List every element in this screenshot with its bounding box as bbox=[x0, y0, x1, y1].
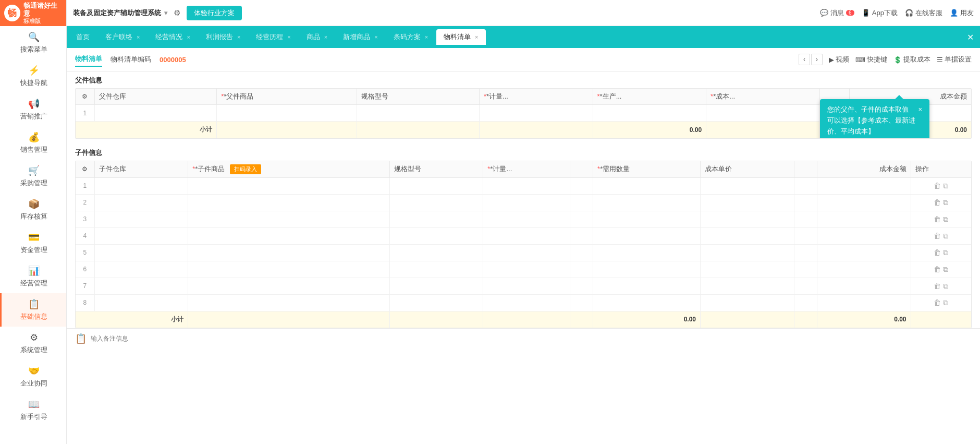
child-warehouse-5[interactable] bbox=[94, 244, 188, 261]
tab-home[interactable]: 首页 bbox=[69, 29, 97, 45]
child-spec-4[interactable] bbox=[389, 227, 483, 244]
child-unit-cost-1[interactable] bbox=[701, 177, 794, 194]
sidebar-item-basics[interactable]: 📋 基础信息 bbox=[0, 293, 66, 327]
child-spec-6[interactable] bbox=[389, 261, 483, 278]
sidebar-item-guide[interactable]: 📖 新手引导 bbox=[0, 393, 66, 427]
tab-close-icon[interactable]: × bbox=[475, 34, 478, 40]
sidebar-item-system[interactable]: ⚙ 系统管理 bbox=[0, 327, 66, 360]
child-spec-5[interactable] bbox=[389, 244, 483, 261]
child-spec-2[interactable] bbox=[389, 194, 483, 211]
child-unit-7[interactable] bbox=[483, 278, 570, 294]
page-prev-btn[interactable]: ‹ bbox=[799, 54, 810, 65]
child-unit-cost-4[interactable] bbox=[701, 227, 794, 244]
child-product-8[interactable] bbox=[188, 294, 390, 311]
user-button[interactable]: 👤 用友 bbox=[950, 8, 974, 18]
parent-unit-cell[interactable] bbox=[479, 105, 593, 122]
tab-close-icon[interactable]: × bbox=[425, 34, 428, 40]
tab-close-icon[interactable]: × bbox=[287, 34, 290, 40]
parent-cost-cell[interactable] bbox=[706, 105, 820, 122]
action-video[interactable]: ▶ 视频 bbox=[829, 55, 849, 64]
child-qty-7[interactable] bbox=[593, 278, 701, 294]
child-qty-6[interactable] bbox=[593, 261, 701, 278]
child-warehouse-7[interactable] bbox=[94, 278, 188, 294]
copy-icon[interactable]: ⧉ bbox=[943, 248, 948, 257]
child-qty-1[interactable] bbox=[593, 177, 701, 194]
action-shortcut[interactable]: ⌨ 快捷键 bbox=[855, 55, 887, 64]
tab-close-icon[interactable]: × bbox=[137, 34, 140, 40]
sidebar-item-enterprise[interactable]: 🤝 企业协同 bbox=[0, 360, 66, 393]
child-product-2[interactable] bbox=[188, 194, 390, 211]
parent-warehouse-cell[interactable] bbox=[94, 105, 217, 122]
child-spec-8[interactable] bbox=[389, 294, 483, 311]
child-unit-cost-8[interactable] bbox=[701, 294, 794, 311]
tab-new-goods[interactable]: 新增商品 × bbox=[336, 29, 385, 45]
child-unit-6[interactable] bbox=[483, 261, 570, 278]
dropdown-arrow-icon[interactable]: ▾ bbox=[164, 9, 167, 17]
child-product-7[interactable] bbox=[188, 278, 390, 294]
sidebar-item-search[interactable]: 🔍 搜索菜单 bbox=[0, 26, 66, 59]
child-product-5[interactable] bbox=[188, 244, 390, 261]
message-button[interactable]: 💬 消息 6 bbox=[820, 8, 854, 18]
gear-settings-icon[interactable]: ⚙ bbox=[174, 8, 180, 18]
sidebar-item-marketing[interactable]: 📢 营销推广 bbox=[0, 93, 66, 126]
scan-input-btn[interactable]: 扫码录入 bbox=[230, 164, 261, 174]
delete-icon[interactable]: 🗑 bbox=[934, 265, 941, 274]
child-qty-8[interactable] bbox=[593, 294, 701, 311]
experience-button[interactable]: 体验行业方案 bbox=[187, 6, 242, 20]
sidebar-item-finance[interactable]: 💳 资金管理 bbox=[0, 226, 66, 260]
delete-icon[interactable]: 🗑 bbox=[934, 248, 941, 257]
copy-icon[interactable]: ⧉ bbox=[943, 265, 948, 274]
child-unit-1[interactable] bbox=[483, 177, 570, 194]
child-qty-3[interactable] bbox=[593, 211, 701, 227]
tab-profit[interactable]: 利润报告 × bbox=[199, 29, 248, 45]
child-unit-8[interactable] bbox=[483, 294, 570, 311]
sidebar-item-purchase[interactable]: 🛒 采购管理 bbox=[0, 160, 66, 193]
delete-icon[interactable]: 🗑 bbox=[934, 232, 941, 241]
delete-icon[interactable]: 🗑 bbox=[934, 198, 941, 207]
copy-icon[interactable]: ⧉ bbox=[943, 282, 948, 291]
child-product-4[interactable] bbox=[188, 227, 390, 244]
sidebar-item-operations[interactable]: 📊 经营管理 bbox=[0, 260, 66, 293]
child-spec-3[interactable] bbox=[389, 211, 483, 227]
delete-icon[interactable]: 🗑 bbox=[934, 182, 941, 190]
tab-close-icon[interactable]: × bbox=[374, 34, 377, 40]
copy-icon[interactable]: ⧉ bbox=[943, 298, 948, 307]
child-unit-cost-2[interactable] bbox=[701, 194, 794, 211]
delete-icon[interactable]: 🗑 bbox=[934, 215, 941, 224]
tab-customers[interactable]: 客户联络 × bbox=[98, 29, 147, 45]
sidebar-item-sales[interactable]: 💰 销售管理 bbox=[0, 126, 66, 160]
sub-tab-bom-code[interactable]: 物料清单编码 bbox=[111, 53, 151, 66]
child-unit-3[interactable] bbox=[483, 211, 570, 227]
child-unit-cost-3[interactable] bbox=[701, 211, 794, 227]
sidebar-item-quick-nav[interactable]: ⚡ 快捷导航 bbox=[0, 59, 66, 93]
copy-icon[interactable]: ⧉ bbox=[943, 198, 948, 207]
child-qty-4[interactable] bbox=[593, 227, 701, 244]
child-spec-1[interactable] bbox=[389, 177, 483, 194]
remark-input[interactable] bbox=[91, 335, 972, 342]
child-unit-5[interactable] bbox=[483, 244, 570, 261]
tab-close-icon[interactable]: × bbox=[237, 34, 240, 40]
child-warehouse-1[interactable] bbox=[94, 177, 188, 194]
child-product-6[interactable] bbox=[188, 261, 390, 278]
page-next-btn[interactable]: › bbox=[811, 54, 823, 65]
child-qty-2[interactable] bbox=[593, 194, 701, 211]
app-download-button[interactable]: 📱 App下载 bbox=[862, 8, 898, 18]
child-product-3[interactable] bbox=[188, 211, 390, 227]
close-all-tabs-icon[interactable]: ✕ bbox=[963, 32, 978, 42]
online-service-button[interactable]: 🎧 在线客服 bbox=[905, 8, 942, 18]
parent-spec-cell[interactable] bbox=[357, 105, 480, 122]
child-unit-cost-7[interactable] bbox=[701, 278, 794, 294]
sidebar-item-inventory[interactable]: 📦 库存核算 bbox=[0, 193, 66, 226]
tab-close-icon[interactable]: × bbox=[187, 34, 190, 40]
tooltip-close-btn[interactable]: × bbox=[918, 104, 922, 115]
child-product-1[interactable] bbox=[188, 177, 390, 194]
tab-close-icon[interactable]: × bbox=[324, 34, 327, 40]
sub-tab-bom-list[interactable]: 物料清单 bbox=[75, 52, 102, 67]
tab-goods[interactable]: 商品 × bbox=[299, 29, 335, 45]
delete-icon[interactable]: 🗑 bbox=[934, 298, 941, 307]
child-warehouse-3[interactable] bbox=[94, 211, 188, 227]
child-unit-cost-6[interactable] bbox=[701, 261, 794, 278]
action-settings[interactable]: ☰ 单据设置 bbox=[937, 55, 972, 64]
tab-bom[interactable]: 物料清单 × bbox=[436, 29, 485, 45]
parent-product-cell[interactable] bbox=[217, 105, 357, 122]
